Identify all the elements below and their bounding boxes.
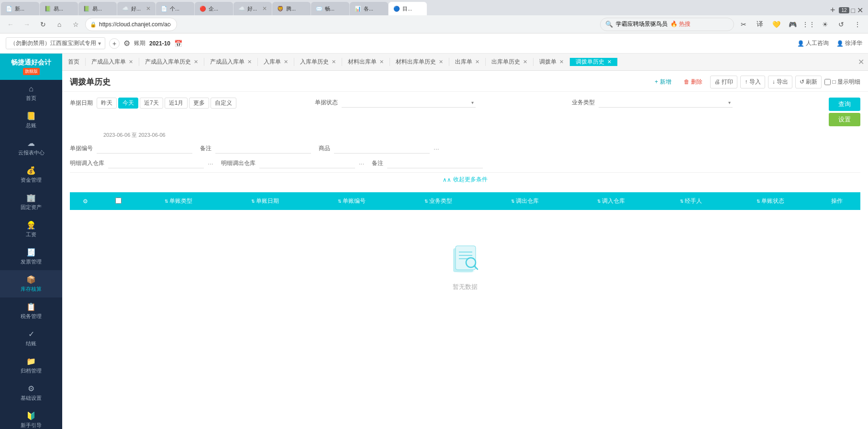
date-btn-近7天[interactable]: 近7天	[140, 98, 163, 109]
app-tab-in_hist[interactable]: 入库单历史✕	[294, 58, 342, 66]
detail-out-dots[interactable]: ···	[359, 160, 365, 167]
browser-tab-t5[interactable]: 📄个...	[156, 2, 194, 15]
remark-input[interactable]	[215, 143, 311, 154]
tab-x-icon[interactable]: ✕	[439, 59, 443, 65]
company-selector[interactable]: （勿删勿禁用）江西服宝测试专用 ▾	[6, 37, 105, 49]
tab-x-icon[interactable]: ✕	[332, 59, 336, 65]
game-btn[interactable]: 🎮	[786, 18, 799, 31]
detail-in-input[interactable]	[108, 158, 204, 168]
app-tab-home_tab[interactable]: 首页	[62, 58, 86, 66]
app-tab-mat_out[interactable]: 材料出库单✕	[342, 58, 390, 66]
sidebar-item-archive[interactable]: 📁归档管理	[0, 352, 62, 379]
sidebar-item-inventory[interactable]: 📦库存核算	[0, 270, 62, 297]
collapse-bar[interactable]: ∧∧ 收起更多条件	[70, 172, 860, 187]
browser-tab-t4[interactable]: ☁️好...✕	[117, 2, 156, 15]
app-tab-in_order[interactable]: 入库单✕	[258, 58, 294, 66]
sidebar-item-wages[interactable]: 👷工资	[0, 216, 62, 243]
detail-remark-input[interactable]	[387, 158, 483, 168]
doc-num-input[interactable]	[97, 143, 192, 154]
browser-tab-t9[interactable]: ✉️畅...	[311, 2, 349, 15]
browser-tab-t10[interactable]: 📊各...	[350, 2, 388, 15]
status-select[interactable]	[342, 98, 476, 108]
grid-btn[interactable]: ⋮⋮	[802, 18, 815, 31]
tab-close-all-btn[interactable]: ✕	[854, 57, 868, 66]
tab-x-icon[interactable]: ✕	[475, 59, 479, 65]
new-btn[interactable]: + 新增	[650, 76, 676, 88]
sidebar-item-closing[interactable]: ✓结账	[0, 325, 62, 352]
app-tab-transfer[interactable]: 调拨单✕	[534, 58, 570, 66]
url-input[interactable]	[85, 18, 177, 31]
th-doc_num[interactable]: ⇅单账编号	[308, 192, 395, 210]
app-tab-prod_in[interactable]: 产成品入库单✕	[86, 58, 139, 66]
translate-btn[interactable]: 译	[753, 18, 767, 31]
tab-x-icon[interactable]: ✕	[523, 59, 527, 65]
sidebar-item-funds[interactable]: 💰资金管理	[0, 161, 62, 188]
restore-btn[interactable]: □	[851, 7, 855, 14]
sidebar-item-tax[interactable]: 📋税务管理	[0, 297, 62, 325]
detail-in-dots[interactable]: ···	[208, 160, 213, 167]
bookmark-btn[interactable]: ☆	[69, 18, 82, 31]
tab-x-icon[interactable]: ✕	[194, 59, 198, 65]
back-btn[interactable]: ←	[4, 18, 17, 31]
add-company-btn[interactable]: +	[109, 38, 120, 49]
th-out_warehouse[interactable]: ⇅调出仓库	[481, 192, 568, 210]
close-window-btn[interactable]: ✕	[857, 6, 863, 15]
sidebar-item-base[interactable]: ⚙基础设置	[0, 379, 62, 407]
display-toggle[interactable]: □ 显示明细	[824, 78, 860, 86]
browser-tab-t11[interactable]: 🔵目...	[389, 2, 427, 15]
th-handler[interactable]: ⇅经手人	[655, 192, 727, 210]
print-btn[interactable]: 🖨 打印	[710, 76, 737, 88]
support-btn[interactable]: 👤 人工咨询	[797, 39, 829, 47]
refresh-btn[interactable]: ↺ 刷新	[795, 76, 822, 88]
browser-tab-t7[interactable]: ☁️好...✕	[234, 2, 272, 15]
tab-x-icon[interactable]: ✕	[129, 59, 133, 65]
tab-x-icon[interactable]: ✕	[607, 59, 612, 65]
th-biz_type[interactable]: ⇅业务类型	[395, 192, 481, 210]
date-btn-今天[interactable]: 今天	[118, 98, 138, 109]
undo-btn[interactable]: ↺	[835, 18, 848, 31]
app-tab-out_order[interactable]: 出库单✕	[449, 58, 486, 66]
wallet-btn[interactable]: 💛	[769, 18, 783, 31]
query-btn[interactable]: 查询	[829, 98, 860, 111]
tab-x-icon[interactable]: ✕	[247, 59, 252, 65]
browser-tab-t1[interactable]: 📄新...	[1, 2, 39, 15]
select-all-checkbox[interactable]	[115, 198, 122, 204]
goods-input[interactable]	[334, 143, 430, 154]
user-btn[interactable]: 👤 徐泽华	[836, 39, 862, 47]
th-doc_date[interactable]: ⇅单账日期	[222, 192, 309, 210]
date-btn-近1月[interactable]: 近1月	[165, 98, 188, 109]
delete-btn[interactable]: 🗑 删除	[679, 76, 707, 88]
settings-icon[interactable]: ⚙	[123, 39, 130, 48]
browser-tab-t6[interactable]: 🔴企...	[195, 2, 233, 15]
tab-close-icon[interactable]: ✕	[146, 5, 151, 12]
th-in_warehouse[interactable]: ⇅调入仓库	[568, 192, 655, 210]
date-btn-更多[interactable]: 更多	[189, 98, 209, 109]
app-tab-prod_in2[interactable]: 产成品入库单✕	[204, 58, 258, 66]
home-btn[interactable]: ⌂	[53, 18, 66, 31]
date-btn-自定义[interactable]: 自定义	[211, 98, 236, 109]
new-tab-btn[interactable]: +	[828, 5, 837, 15]
settings-btn[interactable]: 设置	[829, 113, 860, 126]
browser-tab-t8[interactable]: 🦁腾...	[272, 2, 311, 15]
extensions-btn[interactable]: ✂	[737, 18, 750, 31]
import-btn[interactable]: ↑ 导入	[740, 76, 765, 88]
sidebar-item-guide[interactable]: 🔰新手引导	[0, 407, 62, 429]
browser-tab-t3[interactable]: 📗易...	[78, 2, 117, 15]
app-tab-mat_out_hist[interactable]: 材料出库单历史✕	[390, 58, 449, 66]
menu-btn[interactable]: ⋮	[851, 18, 864, 31]
th-doc_status[interactable]: ⇅单账状态	[727, 192, 813, 210]
sidebar-item-reports[interactable]: ☁云报表中心	[0, 134, 62, 161]
date-btn-昨天[interactable]: 昨天	[97, 98, 117, 109]
calendar-icon[interactable]: 📅	[174, 40, 182, 47]
forward-btn[interactable]: →	[20, 18, 33, 31]
tab-close-icon[interactable]: ✕	[262, 5, 267, 12]
tab-x-icon[interactable]: ✕	[559, 59, 564, 65]
th-doc_type[interactable]: ⇅单账类型	[135, 192, 222, 210]
sidebar-item-assets[interactable]: 🏢固定资产	[0, 188, 62, 216]
display-checkbox[interactable]	[824, 79, 831, 85]
goods-dots[interactable]: ···	[434, 145, 439, 153]
app-tab-prod_in_hist[interactable]: 产成品入库单历史✕	[139, 58, 204, 66]
brightness-btn[interactable]: ☀	[818, 18, 832, 31]
app-tab-out_hist[interactable]: 出库单历史✕	[486, 58, 534, 66]
sidebar-item-ledger[interactable]: 📒总账	[0, 107, 62, 134]
